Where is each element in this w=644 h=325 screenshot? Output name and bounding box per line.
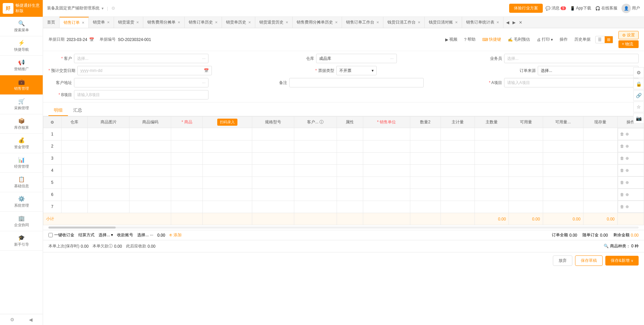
order-source-select[interactable]: 选择... ▾ bbox=[538, 66, 639, 75]
row-attr-2[interactable] bbox=[337, 140, 363, 152]
row-main-qty-1[interactable] bbox=[475, 128, 509, 140]
row-available2-2[interactable] bbox=[543, 140, 583, 152]
sidebar-item-operation[interactable]: 📊 经营管理 bbox=[0, 153, 43, 173]
tabs-menu-btn[interactable]: ✕ bbox=[518, 19, 524, 26]
tab-close-icon[interactable]: ✕ bbox=[107, 21, 110, 24]
sidebar-item-inventory[interactable]: 📦 库存核算 bbox=[0, 114, 43, 134]
history-btn[interactable]: 历史单据 bbox=[572, 36, 593, 43]
tab-home[interactable]: 首页 bbox=[43, 17, 60, 28]
float-link-btn[interactable]: 🔗 bbox=[633, 90, 644, 101]
delete-icon[interactable]: 🗑 bbox=[620, 156, 624, 161]
row-customer-code-2[interactable] bbox=[294, 140, 337, 152]
row-product-2[interactable] bbox=[171, 140, 203, 152]
sidebar-item-quick[interactable]: ⚡ 快捷导航 bbox=[0, 36, 43, 56]
sidebar-item-marketing[interactable]: 📢 营销推广 bbox=[0, 56, 43, 75]
row-available2-1[interactable] bbox=[543, 128, 583, 140]
tab-close-icon[interactable]: ✕ bbox=[136, 21, 139, 24]
salesperson-input[interactable]: 选择... bbox=[504, 54, 639, 63]
tab-receipt-history[interactable]: 销货单历史 ✕ bbox=[222, 17, 255, 28]
payment-method-select[interactable]: 选择... ▾ bbox=[99, 232, 113, 238]
row-unit-2[interactable] bbox=[363, 140, 410, 152]
save-draft-button[interactable]: 保存草稿 bbox=[575, 255, 603, 266]
row-qty2-2[interactable] bbox=[410, 140, 441, 152]
copy-icon[interactable]: ⊕ bbox=[626, 168, 629, 173]
remark-input[interactable] bbox=[289, 78, 424, 87]
print-btn[interactable]: 🖨 打印 ▾ bbox=[535, 36, 555, 43]
date-value[interactable]: 2023-03-24 bbox=[67, 37, 87, 42]
online-service-item[interactable]: 🎧 在线客服 bbox=[595, 5, 617, 11]
tab-summary[interactable]: 汇总 bbox=[68, 105, 87, 116]
tab-workbench[interactable]: 销售订单工作台 ✕ bbox=[342, 17, 383, 28]
tab-sales-order[interactable]: 销售订单 ✕ bbox=[60, 17, 89, 28]
row-main-unit-2[interactable] bbox=[441, 140, 475, 152]
sidebar-item-finance[interactable]: 💰 资金管理 bbox=[0, 134, 43, 153]
save-new-button[interactable]: 保存&新增 ∨ bbox=[605, 256, 639, 266]
user-item[interactable]: 👤 用户 bbox=[621, 4, 640, 13]
row-spec-2[interactable] bbox=[252, 140, 294, 152]
row-product-1[interactable] bbox=[171, 128, 203, 140]
row-stock-1[interactable] bbox=[583, 128, 617, 140]
shortcut-btn[interactable]: ⌨ 快捷键 bbox=[480, 36, 503, 43]
delete-icon[interactable]: 🗑 bbox=[620, 168, 624, 173]
row-code-1[interactable] bbox=[129, 128, 171, 140]
row-customer-code-1[interactable] bbox=[294, 128, 337, 140]
row-main-qty-2[interactable] bbox=[475, 140, 509, 152]
copy-icon[interactable]: ⊕ bbox=[626, 144, 629, 149]
sidebar-item-enterprise[interactable]: 🏢 企业协同 bbox=[0, 212, 43, 231]
tab-close-icon[interactable]: ✕ bbox=[376, 21, 379, 24]
app-download-item[interactable]: 📱 App下载 bbox=[570, 5, 591, 11]
copy-icon[interactable]: ⊕ bbox=[626, 156, 629, 161]
warehouse-input[interactable]: 成品库 ··· bbox=[316, 54, 397, 63]
grid-view-btn[interactable]: ⊞ bbox=[605, 36, 613, 43]
sidebar-item-system[interactable]: ⚙️ 系统管理 bbox=[0, 192, 43, 212]
tab-return-history[interactable]: 销货退货历史 ✕ bbox=[255, 17, 293, 28]
tab-close-icon[interactable]: ✕ bbox=[286, 21, 288, 24]
tab-sales-history[interactable]: 销售订单历史 ✕ bbox=[185, 17, 222, 28]
quick-payment-check[interactable] bbox=[48, 233, 53, 237]
row-main-unit-1[interactable] bbox=[441, 128, 475, 140]
copy-icon[interactable]: ⊕ bbox=[626, 192, 629, 197]
quick-payment-checkbox[interactable]: 一键收订金 bbox=[48, 232, 74, 238]
tabs-next-btn[interactable]: ▶ bbox=[511, 19, 517, 26]
profit-btn[interactable]: ✍ 毛利预估 bbox=[506, 36, 532, 43]
tab-sales-return[interactable]: 销货退货 ✕ bbox=[114, 17, 143, 28]
tab-close-icon[interactable]: ✕ bbox=[248, 21, 251, 24]
discard-button[interactable]: 放弃 bbox=[553, 255, 572, 266]
calendar-icon[interactable]: 📅 bbox=[89, 37, 94, 42]
scan-input-btn[interactable]: 扫码录入 bbox=[217, 119, 237, 126]
tab-daily-clear[interactable]: 钱货日清工作台 ✕ bbox=[383, 17, 425, 28]
row-attr-1[interactable] bbox=[337, 128, 363, 140]
list-view-btn[interactable]: ☰ bbox=[596, 36, 604, 43]
sidebar-item-purchase[interactable]: 🛒 采购管理 bbox=[0, 95, 43, 114]
settings-action-btn[interactable]: ⚙ 设置 bbox=[618, 31, 639, 39]
tab-close-icon[interactable]: ✕ bbox=[82, 21, 84, 25]
tab-stats[interactable]: 销售订单统计表 ✕ bbox=[462, 17, 503, 28]
sidebar-item-basic[interactable]: 📋 基础信息 bbox=[0, 173, 43, 192]
add-logistics-btn[interactable]: + 物流 bbox=[618, 40, 639, 48]
tab-daily-reconcile[interactable]: 钱货日清对账 ✕ bbox=[425, 17, 462, 28]
tab-close-icon[interactable]: ✕ bbox=[215, 21, 218, 24]
row-warehouse-2[interactable] bbox=[61, 140, 87, 152]
delivery-date-input[interactable]: yyyy-mm-dd 📅 bbox=[77, 66, 212, 75]
scrollbar-thumb[interactable] bbox=[48, 227, 116, 229]
customer-address-input[interactable]: ··· bbox=[74, 78, 209, 87]
tab-close-icon[interactable]: ✕ bbox=[455, 21, 458, 24]
tab-detail[interactable]: 明细 bbox=[48, 105, 68, 116]
customer-input[interactable]: 选择... ··· bbox=[74, 54, 209, 63]
tabs-prev-btn[interactable]: ◀ bbox=[505, 19, 510, 26]
payment-amount[interactable]: 0.00 bbox=[157, 233, 165, 238]
view-btn[interactable]: ▶ 视频 bbox=[443, 36, 459, 43]
tab-close-icon[interactable]: ✕ bbox=[418, 21, 420, 24]
delete-icon[interactable]: 🗑 bbox=[620, 132, 624, 136]
delete-icon[interactable]: 🗑 bbox=[620, 192, 624, 197]
help-btn[interactable]: ? 帮助 bbox=[462, 36, 478, 43]
row-code-2[interactable] bbox=[129, 140, 171, 152]
add-payment-btn[interactable]: ⊕ 添加 bbox=[169, 232, 182, 238]
col-scan[interactable]: 扫码录入 bbox=[203, 117, 252, 128]
solution-button[interactable]: 体验行业方案 bbox=[509, 4, 543, 13]
delete-icon[interactable]: 🗑 bbox=[620, 180, 624, 185]
float-scan-btn[interactable]: 📷 bbox=[633, 113, 644, 124]
a-project-input[interactable]: 请输入A项目 bbox=[504, 78, 639, 87]
copy-icon[interactable]: ⊕ bbox=[626, 204, 629, 209]
tab-close-icon[interactable]: ✕ bbox=[335, 21, 338, 24]
